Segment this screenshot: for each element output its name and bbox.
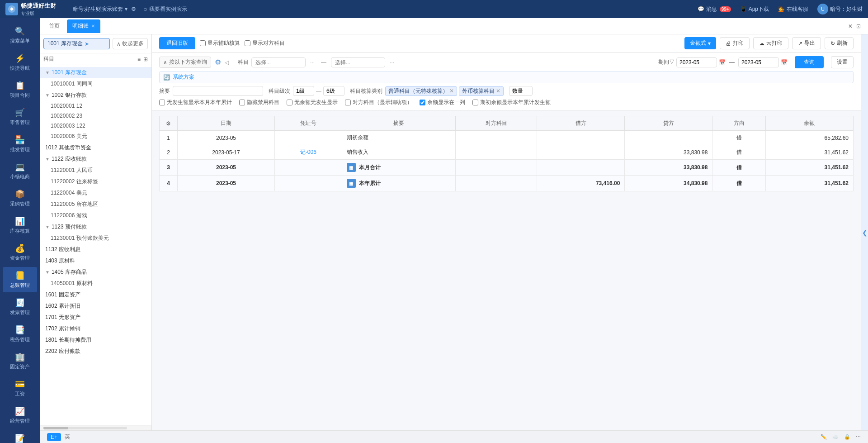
opening-checkbox[interactable]: [472, 100, 478, 105]
tree-item-11220004[interactable]: 11220004 美元: [40, 187, 151, 199]
tree-item-11230001[interactable]: 11230001 预付账款美元: [40, 233, 151, 244]
opposite-checkbox-group[interactable]: 对方科目（显示辅助项）: [345, 99, 412, 106]
window-close-icon[interactable]: ✕: [848, 23, 853, 29]
tree-item-10020002[interactable]: 10020002 23: [40, 111, 151, 121]
sidebar-item-ledger[interactable]: 📒 总账管理: [3, 267, 37, 292]
tree-expand-icon[interactable]: ⊞: [143, 56, 148, 62]
tab-home[interactable]: 首页: [43, 19, 65, 33]
refresh-btn[interactable]: ↻ 刷新: [825, 37, 854, 49]
sidebar-item-business[interactable]: 📈 经营管理: [3, 403, 37, 428]
sidebar-item-project[interactable]: 📋 项目合同: [3, 77, 37, 102]
opposite-checkbox[interactable]: [345, 100, 351, 105]
quantity-select[interactable]: 数量: [509, 86, 533, 96]
sidebar-item-ecommerce[interactable]: 💻 小畅电商: [3, 158, 37, 184]
scrollbar-track[interactable]: [43, 427, 127, 429]
calendar-end-icon[interactable]: 📅: [781, 59, 788, 66]
collapse-arrow-icon[interactable]: ◁: [225, 59, 229, 66]
show-opposite-checkbox[interactable]: [245, 40, 250, 46]
filter-scheme-icon[interactable]: ⚙: [215, 58, 221, 67]
period-end-input[interactable]: [738, 57, 779, 67]
tree-item-1701[interactable]: 1701 无形资产: [40, 312, 151, 323]
tab-detail[interactable]: 明细账 ✕: [67, 19, 100, 33]
tree-item-1405[interactable]: ▼ 1405 库存商品: [40, 267, 151, 278]
tree-item-1801[interactable]: 1801 长期待摊费用: [40, 334, 151, 346]
sidebar-item-retail[interactable]: 🛒 零售管理: [3, 104, 37, 129]
bottom-lock-icon[interactable]: 🔒: [844, 434, 850, 440]
sidebar-item-salary[interactable]: 💳 工资: [3, 376, 37, 401]
row-voucher[interactable]: 记-006: [274, 145, 342, 160]
tree-item-1702[interactable]: 1702 累计摊销: [40, 323, 151, 334]
cloud-print-btn[interactable]: ☁ 云打印: [753, 37, 788, 49]
tag-normal-close[interactable]: ✕: [449, 88, 454, 94]
col-settings[interactable]: ⚙: [160, 116, 178, 131]
tree-item-1002[interactable]: ▼ 1002 银行存款: [40, 90, 151, 101]
expand-more-btn[interactable]: ∧ 收起更多: [113, 38, 148, 49]
sidebar-item-wholesale[interactable]: 🏪 批发管理: [3, 131, 37, 157]
tree-item-11220002[interactable]: 11220002 往来标签: [40, 176, 151, 187]
demo-btn[interactable]: 我要看实例演示: [143, 5, 187, 13]
tree-item-1403[interactable]: 1403 原材料: [40, 255, 151, 267]
tree-item-14050001[interactable]: 14050001 原材料: [40, 278, 151, 289]
flag-btn[interactable]: E+: [47, 433, 61, 441]
tree-item-1123[interactable]: ▼ 1123 预付账款: [40, 221, 151, 233]
print-btn[interactable]: 🖨 打印: [720, 37, 750, 49]
same-line-checkbox-group[interactable]: 余额显示在一列: [420, 99, 465, 106]
tree-item-10020001[interactable]: 10020001 12: [40, 101, 151, 111]
no-balance-checkbox[interactable]: [287, 100, 292, 105]
tree-item-11220005[interactable]: 11220005 所在地区: [40, 199, 151, 210]
calendar-start-icon[interactable]: 📅: [719, 59, 726, 66]
tag-foreign-close[interactable]: ✕: [496, 88, 500, 94]
sidebar-item-purchase[interactable]: 📦 采购管理: [3, 186, 37, 211]
query-scheme-btn[interactable]: ∧ 按以下方案查询: [159, 57, 211, 68]
period-start-input[interactable]: [676, 57, 717, 67]
sidebar-item-search[interactable]: 🔍 搜索菜单: [3, 23, 37, 48]
sidebar-item-report[interactable]: 📝 小畅报销: [3, 430, 37, 443]
company-dropdown-icon[interactable]: ▾: [125, 6, 127, 12]
no-occur-checkbox[interactable]: [159, 100, 165, 105]
sidebar-item-tax[interactable]: 📑 税务管理: [3, 321, 37, 347]
app-download-btn[interactable]: 📱 App下载: [740, 5, 769, 13]
bottom-cloud-icon[interactable]: ☁️: [832, 434, 839, 440]
settings-btn[interactable]: 设置: [831, 56, 854, 68]
tree-item-1012[interactable]: 1012 其他货币资金: [40, 142, 151, 153]
tree-item-10020003[interactable]: 10020003 122: [40, 121, 151, 131]
tree-item-1602[interactable]: 1602 累计折旧: [40, 300, 151, 312]
tree-item-1601[interactable]: 1601 固定资产: [40, 289, 151, 300]
subject-input-2[interactable]: [331, 57, 385, 67]
user-info[interactable]: U 暗号：好生财: [817, 4, 863, 14]
summary-input[interactable]: [173, 86, 263, 96]
no-occur-checkbox-group[interactable]: 无发生额显示本月本年累计: [159, 99, 232, 106]
subject-input[interactable]: [251, 57, 306, 67]
tree-item-1001[interactable]: ▼ 1001 库存现金: [40, 67, 151, 78]
col-settings-icon[interactable]: ⚙: [166, 120, 171, 127]
no-balance-checkbox-group[interactable]: 无余额无发生显示: [287, 99, 338, 106]
tree-item-10010001[interactable]: 10010001 同同同: [40, 78, 151, 90]
level-end-select[interactable]: 6级1级2级: [323, 86, 344, 96]
hide-disable-checkbox-group[interactable]: 隐藏禁用科目: [239, 99, 279, 106]
bottom-more-icon[interactable]: ⋯: [856, 434, 861, 440]
tree-item-2202[interactable]: 2202 应付账款: [40, 346, 151, 357]
show-verify-checkbox[interactable]: [200, 40, 206, 46]
tree-item-1122[interactable]: ▼ 1122 应收账款: [40, 153, 151, 165]
right-sidebar-collapse-btn[interactable]: ❮: [861, 34, 868, 430]
topbar-settings-icon[interactable]: ⚙: [131, 6, 136, 12]
sidebar-item-capital[interactable]: 💰 资金管理: [3, 240, 37, 265]
sidebar-item-inventory[interactable]: 📊 库存核算: [3, 213, 37, 238]
show-opposite-checkbox-group[interactable]: 显示对方科目: [245, 39, 285, 47]
tree-list-icon[interactable]: ≡: [137, 56, 141, 62]
tree-item-11220001[interactable]: 11220001 人民币: [40, 165, 151, 176]
level-start-select[interactable]: 1级2级3级: [293, 86, 314, 96]
bottom-edit-icon[interactable]: ✏️: [821, 434, 827, 440]
left-panel-scrollbar[interactable]: [40, 425, 151, 430]
return-old-btn[interactable]: 退回旧版: [159, 37, 195, 49]
format-btn[interactable]: 金额式 ▾: [684, 37, 716, 49]
show-verify-checkbox-group[interactable]: 显示辅助核算: [200, 39, 240, 47]
same-line-checkbox[interactable]: [420, 100, 425, 105]
lang-btn[interactable]: 英: [65, 433, 70, 441]
scrollbar-thumb[interactable]: [43, 427, 68, 429]
query-btn[interactable]: 查询: [795, 56, 824, 68]
window-maximize-icon[interactable]: ⊡: [856, 23, 861, 29]
selected-account[interactable]: 1001 库存现金 ➤: [43, 38, 110, 49]
tab-close-icon[interactable]: ✕: [91, 24, 95, 29]
export-btn[interactable]: ↗ 导出: [792, 37, 821, 49]
